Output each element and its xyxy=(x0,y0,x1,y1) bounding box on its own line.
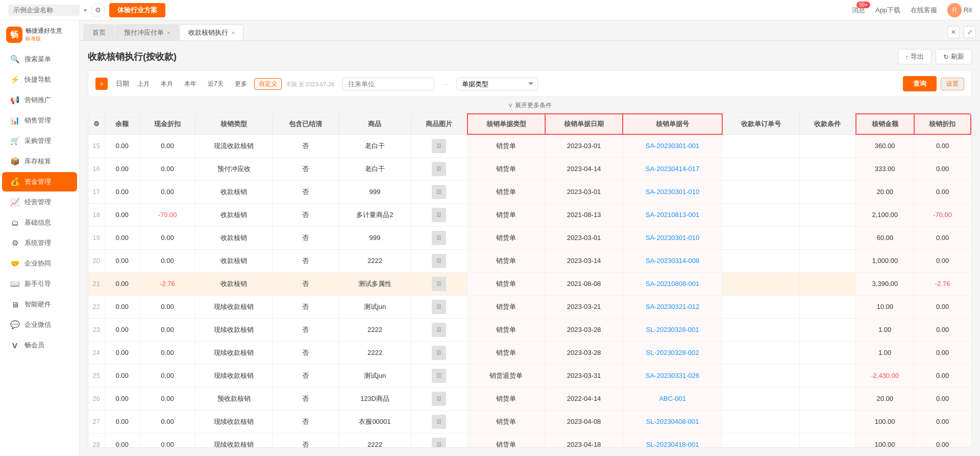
sidebar-item-sales[interactable]: 📊 销售管理 xyxy=(2,111,77,130)
receipt-order-no-cell xyxy=(722,272,800,295)
sidebar-item-basic[interactable]: 🗂 基础信息 xyxy=(2,213,77,232)
export-btn[interactable]: ↑ 导出 xyxy=(898,49,932,64)
balance-cell: 0.00 xyxy=(105,180,139,203)
table-row: 27 0.00 0.00 现续收款核销 否 衣服00001 🖼 销货单 2023… xyxy=(88,410,971,433)
bill-date-cell: 2021-08-13 xyxy=(545,203,623,226)
writeoff-type-cell: 现续收款核销 xyxy=(195,433,273,448)
company-name[interactable]: 示例企业名称 xyxy=(8,5,80,16)
sidebar-item-search[interactable]: 🔍 搜索菜单 xyxy=(2,50,77,69)
receipt-order-no-cell xyxy=(722,203,800,226)
bill-type-select[interactable]: 单据类型 xyxy=(456,78,538,90)
writeoff-amount-cell: 3,390.00 xyxy=(856,272,914,295)
table-row: 18 0.00 -70.00 收款核销 否 多计量商品2 🖼 销货单 2021-… xyxy=(88,203,971,226)
sidebar-item-hardware[interactable]: 🖥 智能硬件 xyxy=(2,295,77,314)
filter-expand-btn[interactable]: » xyxy=(95,78,108,90)
receipt-cond-cell xyxy=(799,410,855,433)
row-id: 22 xyxy=(88,295,105,318)
goods-cell: 2222 xyxy=(339,433,411,448)
sidebar-item-purchase[interactable]: 🛒 采购管理 xyxy=(2,131,77,151)
chevron-down-icon: ▾ xyxy=(84,7,87,14)
bill-no-cell[interactable]: SA-20230321-012 xyxy=(623,295,722,318)
bill-no-cell[interactable]: SA-20230301-010 xyxy=(623,226,722,249)
sidebar-item-inventory[interactable]: 📦 库存核算 xyxy=(2,152,77,171)
writeoff-discount-cell: -70.00 xyxy=(914,203,971,226)
sidebar-item-quick[interactable]: ⚡ 快捷导航 xyxy=(2,70,77,89)
receipt-order-no-cell xyxy=(722,387,800,410)
bill-no-cell[interactable]: SL-20230328-001 xyxy=(623,318,722,341)
filter-bar: » 日期 上月 本月 本年 近7天 更多 自定义 不限 至 2023-07-26 xyxy=(88,70,972,97)
writeoff-type-cell: 现续收款核销 xyxy=(195,295,273,318)
refresh-btn[interactable]: ↻ 刷新 xyxy=(936,49,972,64)
bill-no-cell[interactable]: SA-20210813-001 xyxy=(623,203,722,226)
tab-expand-btn[interactable]: ⤢ xyxy=(964,26,976,38)
sidebar-item-label: 基础信息 xyxy=(24,218,51,227)
goods-img-cell: 🖼 xyxy=(411,180,467,203)
sidebar-item-collab[interactable]: 🤝 企业协同 xyxy=(2,254,77,273)
goods-cell: 多计量商品2 xyxy=(339,203,411,226)
date-opt-custom[interactable]: 自定义 xyxy=(254,78,282,90)
bill-no-cell[interactable]: SA-20230314-008 xyxy=(623,249,722,272)
bill-no-cell[interactable]: SA-20210808-001 xyxy=(623,272,722,295)
tab-prepay-close[interactable]: × xyxy=(167,30,170,36)
bill-type-cell: 销货退货单 xyxy=(468,364,545,387)
goods-img-cell: 🖼 xyxy=(411,341,467,364)
col-settings[interactable]: ⚙ xyxy=(88,114,105,134)
party-input[interactable] xyxy=(342,78,434,90)
tab-home[interactable]: 首页 xyxy=(84,25,114,40)
page-actions: ↑ 导出 ↻ 刷新 xyxy=(898,49,972,64)
trial-btn[interactable]: 体验行业方案 xyxy=(109,3,165,17)
sidebar-item-guide[interactable]: 📖 新手引导 xyxy=(2,274,77,294)
goods-cell: 衣服00001 xyxy=(339,410,411,433)
goods-img-cell: 🖼 xyxy=(411,410,467,433)
filter-settings-btn[interactable]: 设置 xyxy=(941,78,964,90)
bill-no-cell[interactable]: SA-20230331-026 xyxy=(623,364,722,387)
basic-info-icon: 🗂 xyxy=(10,219,19,227)
sidebar-item-vip[interactable]: V 畅会员 xyxy=(2,335,77,355)
cash-discount-cell: -2.76 xyxy=(139,272,195,295)
settings-btn[interactable]: ⚙ xyxy=(91,3,105,17)
writeoff-discount-cell: 0.00 xyxy=(914,295,971,318)
app-download-btn[interactable]: App下载 xyxy=(875,6,900,15)
expand-more-btn[interactable]: ∨ 展开更多条件 xyxy=(508,101,551,110)
sidebar-item-system[interactable]: ⚙ 系统管理 xyxy=(2,233,77,253)
bill-type-cell: 销货单 xyxy=(468,134,545,157)
bill-no-cell[interactable]: ABC-001 xyxy=(623,387,722,410)
message-btn[interactable]: 消息 99+ xyxy=(852,6,865,15)
include-cleared-cell: 否 xyxy=(273,364,339,387)
bill-no-cell[interactable]: SA-20230301-001 xyxy=(623,134,722,157)
tab-writeoff-close[interactable]: × xyxy=(231,30,234,36)
bill-no-cell[interactable]: SL-20230408-001 xyxy=(623,410,722,433)
sidebar-item-label: 系统管理 xyxy=(24,238,51,248)
bill-no-cell[interactable]: SA-20230301-010 xyxy=(623,180,722,203)
bill-no-cell[interactable]: SL-20230418-001 xyxy=(623,433,722,448)
cash-discount-cell: 0.00 xyxy=(139,318,195,341)
settings-col-icon[interactable]: ⚙ xyxy=(93,120,100,128)
collab-icon: 🤝 xyxy=(10,259,19,268)
online-service-btn[interactable]: 在线客服 xyxy=(911,6,937,15)
goods-cell: 测试jun xyxy=(339,364,411,387)
goods-cell: 999 xyxy=(339,226,411,249)
bill-no-cell[interactable]: SA-20230414-017 xyxy=(623,157,722,180)
sidebar-item-funds[interactable]: 💰 资金管理 xyxy=(2,172,77,191)
sidebar-item-operations[interactable]: 📈 经营管理 xyxy=(2,193,77,212)
sidebar-item-marketing[interactable]: 📢 营销推广 xyxy=(2,90,77,110)
date-opt-lastmonth[interactable]: 上月 xyxy=(133,79,154,89)
tab-prepay[interactable]: 预付冲应付单 × xyxy=(115,25,179,40)
writeoff-amount-cell: 333.00 xyxy=(856,157,914,180)
date-opt-7days[interactable]: 近7天 xyxy=(204,79,228,89)
row-id: 28 xyxy=(88,433,105,448)
goods-img-cell: 🖼 xyxy=(411,433,467,448)
tab-writeoff[interactable]: 收款核销执行 × xyxy=(180,25,243,40)
date-opt-thismonth[interactable]: 本月 xyxy=(157,79,177,89)
balance-cell: 0.00 xyxy=(105,203,139,226)
date-opt-more[interactable]: 更多 xyxy=(231,79,251,89)
user-info[interactable]: R Rit xyxy=(947,3,972,17)
sidebar-item-label: 营销推广 xyxy=(24,95,51,105)
sidebar-item-wechat[interactable]: 💬 企业微信 xyxy=(2,315,77,334)
query-btn[interactable]: 查询 xyxy=(903,76,937,91)
row-id: 26 xyxy=(88,387,105,410)
date-opt-thisyear[interactable]: 本年 xyxy=(180,79,201,89)
bill-no-cell[interactable]: SL-20230328-002 xyxy=(623,341,722,364)
tab-close-btn[interactable]: ✕ xyxy=(947,26,960,38)
tab-home-label: 首页 xyxy=(92,28,106,37)
